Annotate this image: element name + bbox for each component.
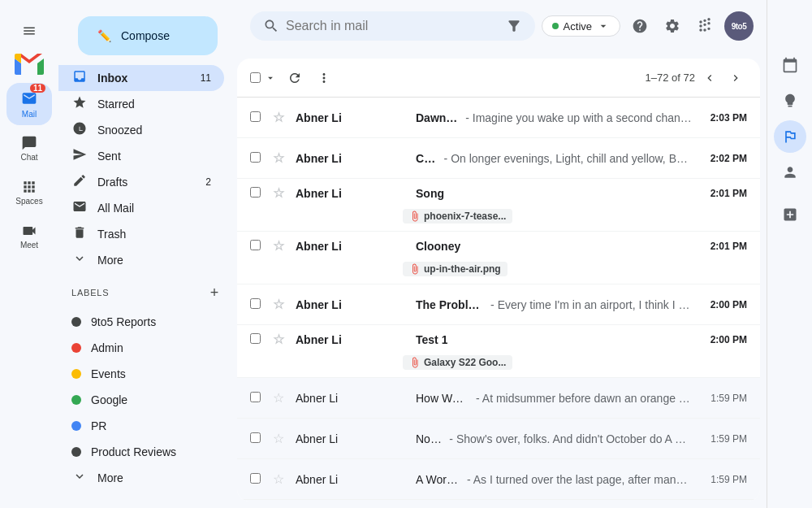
label-item-events[interactable]: Events: [58, 361, 224, 387]
next-page-button[interactable]: [724, 67, 747, 89]
status-badge[interactable]: Active: [542, 15, 620, 37]
email-row[interactable]: ☆ Abner Li Coming - On longer evenings, …: [237, 138, 760, 179]
email-checkbox-area: [250, 392, 266, 405]
email-star[interactable]: ☆: [273, 390, 289, 406]
email-subject: Coming: [416, 152, 438, 165]
email-checkbox-area: [250, 187, 266, 200]
hamburger-menu[interactable]: [6, 15, 52, 47]
email-row[interactable]: ☆ Abner Li November - Show's over, folks…: [237, 419, 760, 459]
select-dropdown-button[interactable]: [262, 65, 279, 91]
more-actions-button[interactable]: [311, 65, 337, 91]
nav-item-sent[interactable]: Sent: [58, 143, 224, 169]
email-star[interactable]: ☆: [273, 150, 289, 166]
email-row[interactable]: ☆ Abner Li Dawn Revisited - Imagine you …: [237, 98, 760, 138]
email-row[interactable]: ☆ Abner Li Song 2:01 PM phoenix-7-tease.…: [237, 179, 760, 232]
email-star[interactable]: ☆: [273, 431, 289, 446]
email-row[interactable]: ☆ Abner Li How We Are Spared - At midsum…: [237, 378, 760, 419]
settings-button[interactable]: [659, 13, 685, 39]
app-launcher-button[interactable]: [692, 13, 718, 39]
label-item-9to5reports[interactable]: 9to5 Reports: [58, 309, 224, 335]
email-row[interactable]: ☆ Abner Li A Work of Fiction - As I turn…: [237, 459, 760, 500]
email-content: A Work of Fiction - As I turned over the…: [416, 473, 692, 486]
drafts-icon: [71, 173, 88, 192]
main-panel: 1–72 of 72 ☆ Abner Li Dawn Revisi: [237, 59, 760, 501]
label-name-events: Events: [91, 367, 126, 380]
email-row[interactable]: ☆ Abner Li Rain - Woke up this morning w…: [237, 500, 760, 501]
inbox-badge: 11: [201, 72, 211, 84]
email-subject: Song: [416, 187, 444, 200]
search-filter-icon[interactable]: [506, 18, 522, 34]
right-panel-calendar[interactable]: [774, 49, 806, 81]
compose-button[interactable]: ✏️ Compose: [78, 16, 218, 55]
label-item-google[interactable]: Google: [58, 387, 224, 413]
sidebar-item-spaces[interactable]: Spaces: [6, 171, 52, 213]
right-panel-add[interactable]: [774, 198, 806, 231]
sidebar-item-chat[interactable]: Chat: [6, 127, 52, 169]
email-snippet: - Show's over, folks. And didn't October…: [449, 432, 692, 445]
select-all-checkbox[interactable]: [250, 72, 261, 83]
mail-badge: 11: [30, 84, 45, 93]
sidebar-item-meet[interactable]: Meet: [6, 215, 52, 257]
label-item-product-reviews[interactable]: Product Reviews: [58, 439, 224, 465]
email-checkbox[interactable]: [250, 240, 261, 250]
nav-item-inbox[interactable]: Inbox 11: [58, 65, 224, 91]
prev-page-button[interactable]: [698, 67, 721, 89]
email-snippet: - At midsummer before dawn an orange lig…: [476, 392, 692, 405]
email-star[interactable]: ☆: [273, 110, 289, 125]
email-star[interactable]: ☆: [273, 471, 289, 487]
nav-item-allmail[interactable]: All Mail: [58, 195, 224, 221]
labels-more-label: More: [97, 471, 123, 484]
email-checkbox-area: [250, 333, 266, 346]
right-panel-keep[interactable]: [774, 85, 806, 117]
email-row[interactable]: ☆ Abner Li Test 1 2:00 PM Galaxy S22 Goo…: [237, 325, 760, 378]
email-star[interactable]: ☆: [273, 185, 289, 201]
label-item-pr[interactable]: PR: [58, 413, 224, 439]
email-checkbox[interactable]: [250, 392, 261, 402]
email-star[interactable]: ☆: [273, 238, 289, 254]
search-bar[interactable]: [250, 11, 535, 41]
nav-item-snoozed[interactable]: Snoozed: [58, 117, 224, 143]
email-attachment-row: phoenix-7-tease...: [403, 207, 512, 224]
attachment-chip[interactable]: up-in-the-air.png: [403, 262, 508, 276]
email-checkbox[interactable]: [250, 473, 261, 484]
status-dot: [552, 23, 559, 29]
right-panel-contacts[interactable]: [774, 156, 806, 189]
email-star[interactable]: ☆: [273, 297, 289, 312]
sidebar-item-mail[interactable]: 11 Mail: [6, 83, 52, 125]
starred-icon: [71, 95, 88, 114]
email-top: ☆ Abner Li Clooney 2:01 PM: [250, 238, 747, 254]
search-input[interactable]: [286, 19, 499, 33]
email-content: November - Show's over, folks. And didn'…: [416, 432, 692, 445]
email-checkbox[interactable]: [250, 111, 261, 122]
attachment-chip[interactable]: Galaxy S22 Goo...: [403, 355, 512, 370]
email-checkbox[interactable]: [250, 152, 261, 163]
attachment-name: up-in-the-air.png: [424, 263, 501, 275]
label-name-product-reviews: Product Reviews: [91, 445, 176, 458]
refresh-button[interactable]: [282, 65, 308, 91]
email-content: Test 1: [416, 333, 692, 346]
email-star[interactable]: ☆: [273, 332, 289, 347]
email-checkbox[interactable]: [250, 187, 261, 198]
attachment-chip[interactable]: phoenix-7-tease...: [403, 209, 512, 224]
label-item-admin[interactable]: Admin: [58, 335, 224, 361]
email-content: Clooney: [416, 240, 692, 253]
email-subject: Clooney: [416, 240, 460, 253]
email-checkbox[interactable]: [250, 298, 261, 309]
trash-icon: [71, 225, 88, 244]
nav-item-trash[interactable]: Trash: [58, 221, 224, 247]
add-label-button[interactable]: +: [205, 283, 224, 302]
email-content: How We Are Spared - At midsummer before …: [416, 392, 692, 405]
help-button[interactable]: [627, 13, 653, 39]
nav-item-labels-more[interactable]: More: [58, 465, 224, 491]
email-checkbox[interactable]: [250, 333, 261, 344]
email-sender: Abner Li: [296, 111, 409, 124]
nav-item-more[interactable]: More: [58, 247, 224, 273]
email-row[interactable]: ☆ Abner Li Clooney 2:01 PM up-in-the-air…: [237, 232, 760, 284]
user-avatar[interactable]: 9to5: [724, 11, 754, 41]
right-panel-tasks[interactable]: [774, 120, 806, 153]
email-checkbox[interactable]: [250, 432, 261, 443]
nav-item-drafts[interactable]: Drafts 2: [58, 169, 224, 195]
email-row[interactable]: ☆ Abner Li The Problem With Travel - Eve…: [237, 284, 760, 325]
nav-item-starred[interactable]: Starred: [58, 91, 224, 117]
label-name-9to5reports: 9to5 Reports: [91, 315, 156, 328]
